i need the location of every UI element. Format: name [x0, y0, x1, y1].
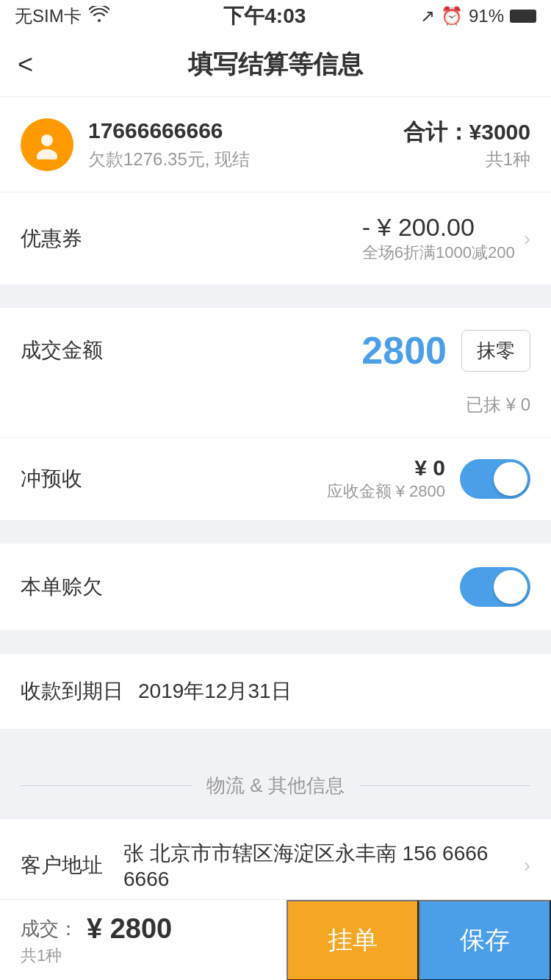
status-bar: 无SIM卡 下午4:03 ↗ ⏰ 91% — [0, 0, 551, 32]
address-value: 张 北京市市辖区海淀区永丰南 156 6666 6666 — [123, 840, 509, 891]
svg-point-0 — [41, 134, 53, 146]
coupon-right: - ¥ 200.00 全场6折满1000减200 › — [362, 213, 530, 264]
section-divider-3 — [0, 642, 551, 654]
logistics-divider: 物流 & 其他信息 — [0, 752, 551, 819]
prepay-sub: 应收金额 ¥ 2800 — [327, 480, 445, 502]
customer-left: 17666666666 欠款1276.35元, 现结 — [21, 118, 250, 171]
customer-debt: 欠款1276.35元, 现结 — [88, 148, 250, 171]
prepay-amount: ¥ 0 — [327, 455, 445, 480]
section-divider-1 — [0, 296, 551, 308]
due-date-row: 收款到期日 2019年12月31日 — [0, 654, 551, 729]
debt-card: 本单赊欠 — [0, 544, 551, 630]
address-chevron-icon: › — [524, 854, 530, 877]
avatar — [21, 118, 73, 171]
wifi-icon — [89, 6, 109, 26]
battery-level: 91% — [469, 6, 504, 26]
transaction-amount: 2800 — [361, 328, 447, 372]
customer-info: 17666666666 欠款1276.35元, 现结 — [88, 118, 250, 171]
transaction-card: 成交金额 2800 抹零 已抹 ¥ 0 冲预收 ¥ 0 应收金额 ¥ 2800 — [0, 308, 551, 520]
debt-label: 本单赊欠 — [21, 573, 103, 601]
battery-icon — [510, 10, 536, 23]
prepay-amount-block: ¥ 0 应收金额 ¥ 2800 — [327, 455, 445, 502]
debt-toggle[interactable] — [460, 567, 530, 607]
customer-right: 合计：¥3000 共1种 — [403, 118, 530, 171]
address-label: 客户地址 — [21, 851, 109, 879]
section-divider-2 — [0, 532, 551, 544]
round-off-sub: 已抹 ¥ 0 — [466, 393, 530, 417]
back-button[interactable]: < — [18, 49, 33, 80]
address-row[interactable]: 客户地址 张 北京市市辖区海淀区永丰南 156 6666 6666 › — [0, 819, 551, 912]
customer-phone: 17666666666 — [88, 118, 250, 143]
section-divider-4 — [0, 741, 551, 752]
coupon-desc: 全场6折满1000减200 — [362, 242, 515, 264]
summary-count: 共1种 — [21, 945, 266, 967]
customer-row: 17666666666 欠款1276.35元, 现结 合计：¥3000 共1种 — [0, 97, 551, 192]
prepay-toggle[interactable] — [460, 459, 530, 499]
page-title: 填写结算等信息 — [188, 48, 363, 82]
sim-status: 无SIM卡 — [15, 4, 82, 28]
transaction-right: 2800 抹零 — [361, 328, 530, 372]
due-date-label: 收款到期日 — [21, 677, 123, 705]
coupon-amount: - ¥ 200.00 — [362, 213, 515, 242]
alarm-icon: ⏰ — [441, 6, 463, 26]
round-off-button[interactable]: 抹零 — [461, 330, 530, 372]
coupon-label: 优惠券 — [21, 225, 82, 253]
prepay-right: ¥ 0 应收金额 ¥ 2800 — [327, 455, 530, 502]
status-right: ↗ ⏰ 91% — [420, 6, 536, 26]
coupon-info: - ¥ 200.00 全场6折满1000减200 — [362, 213, 515, 264]
amount-detail-row: 已抹 ¥ 0 — [0, 393, 551, 437]
bottom-summary: 成交： ¥ 2800 共1种 — [0, 913, 287, 967]
prepay-label: 冲预收 — [21, 465, 82, 493]
summary-label: 成交： — [21, 916, 78, 942]
total-amount: 合计：¥3000 — [403, 118, 530, 148]
total-count: 共1种 — [403, 148, 530, 171]
due-date-card: 收款到期日 2019年12月31日 — [0, 654, 551, 729]
coupon-row[interactable]: 优惠券 - ¥ 200.00 全场6折满1000减200 › — [0, 192, 551, 284]
summary-row: 成交： ¥ 2800 — [21, 913, 266, 945]
status-left: 无SIM卡 — [15, 4, 109, 28]
debt-row: 本单赊欠 — [0, 544, 551, 630]
logistics-label: 物流 & 其他信息 — [206, 773, 345, 799]
transaction-row: 成交金额 2800 抹零 — [0, 308, 551, 393]
status-time: 下午4:03 — [223, 2, 306, 30]
chevron-right-icon: › — [524, 227, 530, 251]
prepay-row: 冲预收 ¥ 0 应收金额 ¥ 2800 — [0, 437, 551, 520]
content: 17666666666 欠款1276.35元, 现结 合计：¥3000 共1种 … — [0, 97, 551, 980]
transaction-label: 成交金额 — [21, 336, 103, 364]
summary-amount: ¥ 2800 — [87, 913, 172, 945]
nav-bar: < 填写结算等信息 — [0, 32, 551, 97]
address-card: 客户地址 张 北京市市辖区海淀区永丰南 156 6666 6666 › — [0, 819, 551, 912]
svg-point-1 — [37, 149, 57, 159]
save-button[interactable]: 保存 — [419, 900, 551, 981]
customer-card: 17666666666 欠款1276.35元, 现结 合计：¥3000 共1种 … — [0, 97, 551, 284]
hold-order-button[interactable]: 挂单 — [287, 900, 419, 981]
due-date-value: 2019年12月31日 — [138, 677, 292, 705]
bottom-bar: 成交： ¥ 2800 共1种 挂单 保存 — [0, 899, 551, 980]
gps-icon: ↗ — [420, 6, 435, 26]
